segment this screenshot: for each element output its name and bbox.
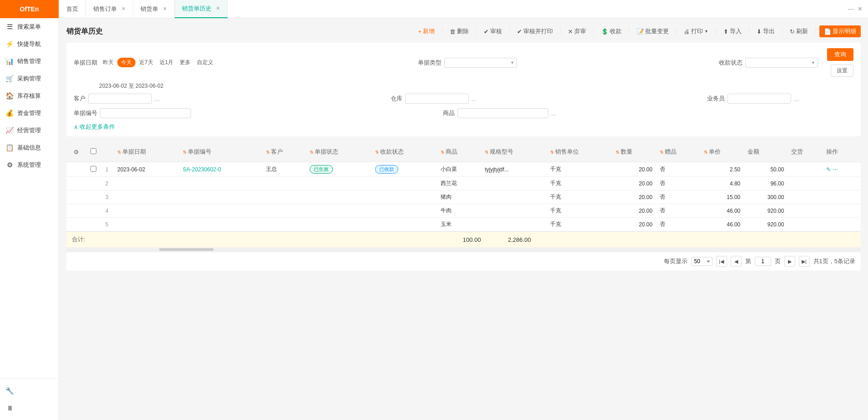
sidebar-item-quick-nav[interactable]: ⚡ 快捷导航 (0, 35, 59, 53)
scrollbar-thumb[interactable] (159, 248, 214, 251)
btn-show-detail[interactable]: 📄 显示明细 (819, 25, 861, 37)
btn-setting[interactable]: 设置 (831, 65, 853, 77)
customer-ellipsis[interactable]: ... (155, 95, 160, 102)
select-all-checkbox[interactable] (90, 148, 96, 154)
btn-abandon-label: 弃审 (574, 27, 586, 35)
btn-import[interactable]: ⬆ 导入 (720, 25, 745, 37)
warehouse-input[interactable] (405, 94, 469, 104)
th-unit-price[interactable]: ⇅ 单价 (700, 142, 744, 162)
business-input[interactable] (728, 94, 791, 104)
date-tab-1month[interactable]: 近1月 (157, 58, 176, 67)
btn-print[interactable]: 🖨 打印 ▼ (680, 25, 712, 37)
business-ellipsis[interactable]: ... (794, 95, 799, 102)
td-qty: 20.00 (612, 177, 656, 190)
tab-sales-history-close[interactable]: ✕ (216, 5, 220, 11)
th-doc-date-sortable[interactable]: ⇅ 单据日期 (117, 148, 176, 156)
th-customer-sortable[interactable]: ⇅ 客户 (266, 148, 303, 156)
date-tab-more[interactable]: 更多 (177, 58, 193, 67)
window-close[interactable]: ✕ (858, 5, 863, 12)
th-goods-sortable[interactable]: ⇅ 商品 (441, 148, 477, 156)
sidebar-item-inventory[interactable]: 🏠 库存核算 (0, 87, 59, 105)
btn-delete[interactable]: 🗑 删除 (446, 25, 472, 37)
th-doc-status-sortable[interactable]: ⇅ 单据状态 (310, 148, 368, 156)
date-tab-custom[interactable]: 自定义 (194, 58, 216, 67)
date-tab-7days[interactable]: 近7天 (136, 58, 156, 67)
goods-ellipsis[interactable]: ... (551, 110, 556, 117)
th-doc-no-sortable[interactable]: ⇅ 单据编号 (183, 148, 259, 156)
th-gift[interactable]: ⇅ 赠品 (656, 142, 700, 162)
th-gift-sortable[interactable]: ⇅ 赠品 (660, 148, 697, 156)
btn-prev-page[interactable]: ◀ (731, 256, 742, 267)
td-num: 5 (100, 218, 114, 231)
btn-query[interactable]: 查询 (827, 48, 853, 61)
th-spec-sortable[interactable]: ⇅ 规格型号 (485, 148, 543, 156)
doc-no-input[interactable] (100, 108, 191, 118)
row-checkbox[interactable] (90, 166, 96, 172)
th-settings[interactable]: ⚙ (66, 142, 86, 162)
goods-input[interactable] (457, 108, 548, 118)
sidebar-item-finance[interactable]: 💰 资金管理 (0, 105, 59, 122)
table-settings-icon[interactable]: ⚙ (70, 145, 83, 158)
th-doc-no[interactable]: ⇅ 单据编号 (179, 142, 262, 162)
th-goods[interactable]: ⇅ 商品 (437, 142, 481, 162)
th-spec[interactable]: ⇅ 规格型号 (481, 142, 547, 162)
doc-no-link[interactable]: SA-20230602-0 (183, 166, 221, 173)
btn-refresh[interactable]: ↻ 刷新 (786, 25, 812, 37)
btn-first-page[interactable]: |◀ (716, 256, 727, 267)
filter-collapse-link[interactable]: ∧ 收起更多条件 (74, 123, 853, 131)
action-link-1[interactable]: ⋯ (833, 166, 838, 173)
per-page-select[interactable]: 50 20 100 (691, 257, 712, 266)
action-link-0[interactable]: ✎ (826, 166, 831, 173)
td-qty: 20.00 (612, 190, 656, 204)
th-unit-price-sortable[interactable]: ⇅ 单价 (704, 148, 741, 156)
tab-sales-order-close[interactable]: ✕ (121, 6, 125, 12)
th-payment-status-sortable[interactable]: ⇅ 收款状态 (375, 148, 433, 156)
page-number-input[interactable] (755, 257, 771, 266)
btn-audit[interactable]: ✔ 审核 (480, 25, 506, 37)
th-unit[interactable]: ⇅ 销售单位 (547, 142, 612, 162)
btn-refresh-label: 刷新 (796, 27, 808, 35)
th-unit-sortable[interactable]: ⇅ 销售单位 (550, 148, 608, 156)
btn-export[interactable]: ⬇ 导出 (753, 25, 778, 37)
sidebar-item-toggle[interactable]: ⏸ (0, 400, 59, 416)
collapse-arrow-icon: ∧ (74, 124, 78, 130)
btn-last-page[interactable]: ▶| (799, 256, 810, 267)
divider (560, 28, 561, 35)
date-tab-yesterday[interactable]: 昨天 (100, 58, 116, 67)
btn-add[interactable]: + 新增 (414, 25, 438, 37)
tab-sales-history[interactable]: 销货单历史 ✕ (175, 0, 228, 18)
tab-sales-goods[interactable]: 销货单 ✕ (133, 0, 175, 18)
doc-type-select[interactable] (444, 58, 517, 68)
btn-next-page[interactable]: ▶ (784, 256, 795, 267)
th-qty-sortable[interactable]: ⇅ 数量 (616, 148, 652, 156)
customer-input[interactable] (88, 94, 152, 104)
btn-abandon[interactable]: ✕ 弃审 (564, 25, 590, 37)
tab-sales-order[interactable]: 销售订单 ✕ (86, 0, 133, 18)
warehouse-ellipsis[interactable]: ... (472, 95, 477, 102)
th-customer[interactable]: ⇅ 客户 (262, 142, 306, 162)
date-tab-today[interactable]: 今天 (117, 58, 135, 67)
sidebar-item-operations[interactable]: 📈 经营管理 (0, 122, 59, 139)
th-doc-date[interactable]: ⇅ 单据日期 (114, 142, 179, 162)
td-doc-date (114, 204, 179, 218)
window-minimize[interactable]: — (848, 5, 854, 12)
sidebar-item-basic-info[interactable]: 📋 基础信息 (0, 139, 59, 156)
tab-sales-goods-close[interactable]: ✕ (163, 6, 167, 12)
sidebar-item-settings-bottom[interactable]: 🔧 (0, 382, 59, 400)
sidebar-item-purchase-mgmt[interactable]: 🛒 采购管理 (0, 70, 59, 87)
btn-audit-print[interactable]: ✔ 审核并打印 (513, 25, 557, 37)
payment-status-select[interactable] (745, 58, 818, 68)
tab-home[interactable]: 首页 (59, 0, 86, 18)
horizontal-scrollbar[interactable] (66, 247, 861, 252)
th-payment-status[interactable]: ⇅ 收款状态 (371, 142, 437, 162)
sidebar-item-sales-mgmt[interactable]: 📊 销售管理 (0, 53, 59, 70)
sidebar-item-system-mgmt[interactable]: ⚙ 系统管理 (0, 156, 59, 174)
btn-collect[interactable]: 💲 收款 (597, 25, 625, 37)
sidebar-item-search-menu[interactable]: ☰ 搜索菜单 (0, 18, 59, 35)
th-qty[interactable]: ⇅ 数量 (612, 142, 656, 162)
th-doc-status[interactable]: ⇅ 单据状态 (306, 142, 371, 162)
app-logo: OfTEn (0, 0, 59, 18)
collapse-label: 收起更多条件 (80, 123, 115, 131)
basic-info-icon: 📋 (5, 144, 14, 152)
btn-batch-change[interactable]: 📝 批量变更 (633, 25, 672, 37)
